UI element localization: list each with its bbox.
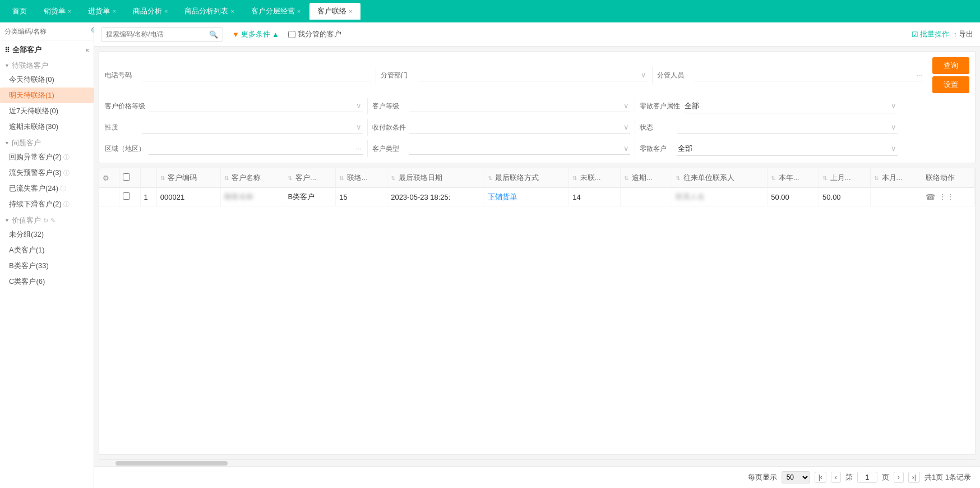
toolbar-right: ☑ 批量操作 ↑ 导出 <box>912 29 974 39</box>
nav-customer-tier-close[interactable]: × <box>297 8 301 15</box>
col-contact-count-label: 联络... <box>347 173 368 182</box>
nav-purchase-close[interactable]: × <box>112 8 115 15</box>
divider4 <box>635 98 635 114</box>
first-page-button[interactable]: |‹ <box>815 472 826 483</box>
filter-customer-type-label: 客户类型 <box>372 144 406 154</box>
nav-customer-contact[interactable]: 客户联络 × <box>309 3 360 20</box>
my-customers-checkbox[interactable]: 我分管的客户 <box>288 29 341 39</box>
filter-row-2: 客户价格等级 ∨ 客户等级 ∨ 零散客户属性 <box>105 98 969 114</box>
sidebar-item-churned[interactable]: 已流失客户(24) ⓘ <box>0 181 94 196</box>
sidebar-item-repurchase-abnormal[interactable]: 回购异常客户(2) ⓘ <box>0 149 94 165</box>
nav-product-analysis-list[interactable]: 商品分析列表 × <box>177 3 242 20</box>
batch-ops-button[interactable]: ☑ 批量操作 <box>912 29 949 39</box>
table-settings-icon[interactable]: ⚙ <box>103 174 109 182</box>
col-this-year-label: 本年... <box>779 173 799 182</box>
search-input[interactable] <box>106 30 207 38</box>
more-action-icon[interactable]: ⋮⋮ <box>939 192 954 201</box>
search-icon[interactable]: 🔍 <box>209 30 218 39</box>
nav-customer-tier[interactable]: 客户分层经营 × <box>243 3 308 20</box>
sidebar-group-value[interactable]: 价值客户 ↻ ✎ <box>0 212 94 227</box>
cell-settings <box>99 188 119 206</box>
sidebar-item-declining[interactable]: 持续下滑客户(2) ⓘ <box>0 196 94 212</box>
sidebar-item-overdue[interactable]: 逾期未联络(30) <box>0 119 94 135</box>
sidebar-item-churn-warning[interactable]: 流失预警客户(3) ⓘ <box>0 165 94 181</box>
filter-retail-attr-select[interactable]: 全部 ∨ <box>683 99 898 113</box>
col-customer-type-label: 客户... <box>295 173 316 182</box>
chevron-down-icon: ∨ <box>641 71 646 79</box>
filter-phone-input[interactable] <box>142 70 371 81</box>
sidebar-item-b-class[interactable]: B类客户(33) <box>0 258 94 274</box>
filter-status-select[interactable]: ∨ <box>677 121 898 133</box>
filter-action-col: 查询 设置 <box>932 57 969 93</box>
grid-icon: ⠿ <box>4 46 10 54</box>
search-box[interactable]: 🔍 <box>101 27 223 42</box>
page-input[interactable] <box>857 472 877 483</box>
filter-region: 区域（地区） ··· <box>105 142 363 155</box>
filter-customer-grade-select[interactable]: ∨ <box>409 100 630 112</box>
nav-home[interactable]: 首页 <box>4 3 35 20</box>
nav-product-analysis-list-close[interactable]: × <box>230 8 234 15</box>
divider7 <box>367 140 368 157</box>
scrollbar-thumb[interactable] <box>115 461 228 466</box>
select-all-checkbox[interactable] <box>123 173 130 181</box>
contact-action-icon[interactable]: ☎ <box>926 192 935 201</box>
filter-customer-type-select[interactable]: ∨ <box>409 142 630 155</box>
nav-customer-contact-label: 客户联络 <box>317 6 346 16</box>
sidebar-item-7days[interactable]: 近7天待联络(0) <box>0 103 94 119</box>
cell-checkbox <box>119 188 140 206</box>
sidebar-item-ungrouped[interactable]: 未分组(32) <box>0 227 94 242</box>
row-checkbox[interactable] <box>123 192 130 200</box>
cell-overdue <box>621 188 672 206</box>
more-conditions-button[interactable]: ▼ 更多条件 ▲ <box>228 27 284 42</box>
sidebar-item-today[interactable]: 今天待联络(0) <box>0 72 94 88</box>
content-area: 🔍 ▼ 更多条件 ▲ 我分管的客户 ☑ 批量操作 ↑ 导出 <box>94 22 980 488</box>
sidebar-all-customers[interactable]: ⠿ 全部客户 « <box>0 40 94 57</box>
settings-button[interactable]: 设置 <box>932 76 969 93</box>
filter-manager-select[interactable]: ··· <box>694 69 923 81</box>
filter-customer-grade-label: 客户等级 <box>372 102 406 111</box>
filter-row-1: 电话号码 分管部门 ∨ 分管人员 ··· <box>105 57 969 93</box>
nav-product-analysis-list-label: 商品分析列表 <box>184 6 228 16</box>
last-method-value[interactable]: 下销货单 <box>488 192 517 201</box>
sidebar: 🔍 ⠿ 全部客户 « 待联络客户 今天待联络(0) 明天待联络(1) 近7天待联… <box>0 22 94 488</box>
data-table: ⚙ ⇅ 客户编码 ⇅ 客户名称 <box>99 168 976 455</box>
my-customers-check[interactable] <box>288 31 295 38</box>
query-button[interactable]: 查询 <box>932 57 969 74</box>
next-page-button[interactable]: › <box>894 472 904 483</box>
nav-product-analysis-label: 商品分析 <box>133 6 162 16</box>
filter-region-select[interactable]: ··· <box>149 142 363 155</box>
col-customer-code-label: 客户编码 <box>168 173 197 182</box>
sidebar-group-pending[interactable]: 待联络客户 <box>0 57 94 72</box>
sidebar-collapse-icon[interactable]: « <box>85 46 89 54</box>
nav-customer-contact-close[interactable]: × <box>349 8 352 15</box>
filter-payment-terms-select[interactable]: ∨ <box>409 121 630 133</box>
sidebar-item-a-class[interactable]: A类客户(1) <box>0 242 94 258</box>
nav-purchase[interactable]: 进货单 × <box>80 3 123 20</box>
per-page-select[interactable]: 50 20 100 <box>782 471 810 484</box>
filter-dept-select[interactable]: ∨ <box>418 69 647 81</box>
top-nav: 首页 销货单 × 进货单 × 商品分析 × 商品分析列表 × 客户分层经营 × … <box>0 0 980 22</box>
filter-nature-select[interactable]: ∨ <box>142 121 363 133</box>
unit-contact-value: 联系人名 <box>676 192 705 201</box>
filter-price-grade: 客户价格等级 ∨ <box>105 100 363 112</box>
prev-page-button[interactable]: ‹ <box>831 472 841 483</box>
col-this-month-label: 本月... <box>882 173 903 182</box>
export-label: 导出 <box>959 29 973 39</box>
filter-price-grade-select[interactable]: ∨ <box>149 100 363 112</box>
horizontal-scrollbar[interactable] <box>99 459 976 466</box>
sidebar-search-input[interactable] <box>4 27 89 35</box>
nav-sales-close[interactable]: × <box>68 8 71 15</box>
cell-this-year: 50.00 <box>768 188 819 206</box>
nav-sales[interactable]: 销货单 × <box>36 3 79 20</box>
last-page-button[interactable]: ›| <box>908 472 920 483</box>
nav-product-analysis[interactable]: 商品分析 × <box>125 3 175 20</box>
nav-product-analysis-close[interactable]: × <box>164 8 168 15</box>
sidebar-item-c-class[interactable]: C类客户(6) <box>0 274 94 289</box>
export-button[interactable]: ↑ 导出 <box>954 29 974 39</box>
no-contact-value: 14 <box>572 193 580 201</box>
filter-retail-customer-select[interactable]: 全部 ∨ <box>677 142 898 156</box>
sidebar-group-problem[interactable]: 问题客户 <box>0 135 94 149</box>
batch-checkbox-icon: ☑ <box>912 30 918 39</box>
sidebar-item-tomorrow[interactable]: 明天待联络(1) <box>0 88 94 103</box>
filter-customer-type: 客户类型 ∨ <box>372 142 630 155</box>
